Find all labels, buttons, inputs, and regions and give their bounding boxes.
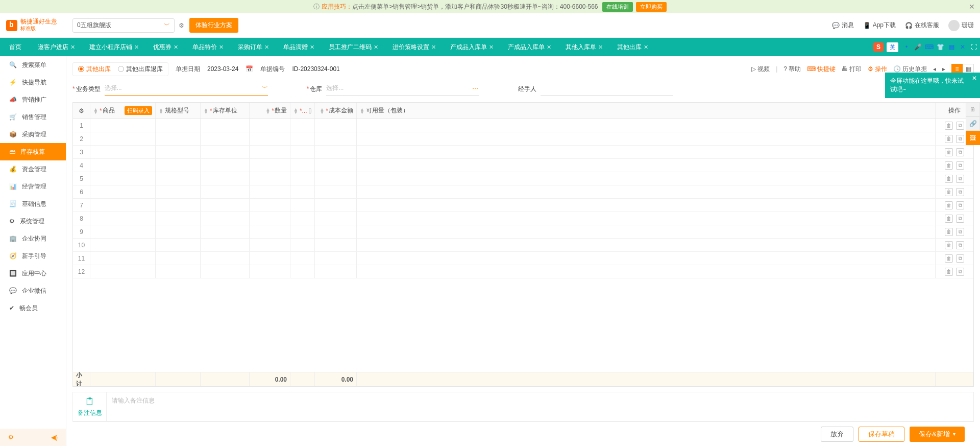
col-amount[interactable]: ▲▼*成本金额: [315, 103, 357, 119]
row-copy-icon[interactable]: ⧉: [956, 215, 964, 223]
remark-input[interactable]: 请输入备注信息: [107, 392, 973, 421]
col-available[interactable]: ▲▼可用量（包装）: [357, 103, 936, 119]
row-delete-icon[interactable]: 🗑: [945, 188, 953, 196]
ime-grid-icon[interactable]: ▦: [947, 43, 955, 51]
tab-11[interactable]: 其他入库单✕: [558, 38, 610, 56]
ime-keyboard-icon[interactable]: ⌨: [925, 43, 933, 51]
sidebar-item-5[interactable]: 🗃库存核算: [0, 143, 66, 160]
collapse-icon[interactable]: ◀): [51, 434, 58, 441]
row-copy-icon[interactable]: ⧉: [956, 241, 964, 249]
ime-shirt-icon[interactable]: 👕: [936, 43, 944, 51]
user-menu[interactable]: 珊珊: [948, 20, 974, 31]
save-and-new-button[interactable]: 保存&新增▾: [910, 427, 965, 442]
row-delete-icon[interactable]: 🗑: [945, 254, 953, 263]
tab-close-icon[interactable]: ✕: [70, 44, 75, 51]
row-copy-icon[interactable]: ⧉: [956, 268, 964, 276]
sidebar-item-2[interactable]: 📣营销推广: [0, 91, 66, 108]
table-row[interactable]: 6🗑⧉: [73, 185, 973, 199]
tab-close-icon[interactable]: ✕: [264, 44, 269, 51]
online-training-button[interactable]: 在线培训: [602, 2, 633, 12]
sidebar-item-8[interactable]: 🧾基础信息: [0, 195, 66, 213]
table-row[interactable]: 5🗑⧉: [73, 172, 973, 185]
gear-icon[interactable]: ⚙: [179, 22, 184, 29]
tab-10[interactable]: 产成品入库单✕: [501, 38, 558, 56]
next-doc[interactable]: ▸: [942, 65, 945, 73]
table-row[interactable]: 10🗑⧉: [73, 239, 973, 252]
sidebar-item-14[interactable]: ✔畅会员: [0, 299, 66, 317]
row-copy-icon[interactable]: ⧉: [956, 254, 964, 263]
sidebar-item-10[interactable]: 🏢企业协同: [0, 230, 66, 247]
tab-7[interactable]: 员工推广二维码✕: [322, 38, 385, 56]
shortcut-link[interactable]: ⌨快捷键: [807, 65, 836, 74]
org-selector[interactable]: 0五组旗舰版 ﹀: [72, 18, 175, 33]
radio-other-out[interactable]: 其他出库: [78, 65, 111, 74]
row-delete-icon[interactable]: 🗑: [945, 268, 953, 276]
radio-other-out-return[interactable]: 其他出库退库: [118, 65, 163, 74]
tab-close-icon[interactable]: ✕: [174, 44, 178, 51]
tab-close-icon[interactable]: ✕: [431, 44, 436, 51]
video-link[interactable]: ▷视频: [751, 65, 770, 74]
table-row[interactable]: 4🗑⧉: [73, 159, 973, 172]
history-link[interactable]: 🕓历史单据: [893, 65, 927, 74]
col-product[interactable]: ▲▼*商品 扫码录入: [90, 103, 156, 119]
calendar-icon[interactable]: 📅: [246, 65, 253, 73]
row-delete-icon[interactable]: 🗑: [945, 175, 953, 183]
table-row[interactable]: 11🗑⧉: [73, 252, 973, 265]
row-delete-icon[interactable]: 🗑: [945, 122, 953, 130]
gear-icon[interactable]: ⚙: [8, 434, 14, 441]
app-download-link[interactable]: 📱App下载: [863, 21, 896, 30]
ime-language[interactable]: 英: [887, 42, 898, 52]
info-icon[interactable]: i: [309, 108, 311, 114]
table-row[interactable]: 2🗑⧉: [73, 132, 973, 146]
tab-2[interactable]: 建立小程序店铺✕: [82, 38, 146, 56]
tab-close-icon[interactable]: ✕: [644, 44, 648, 51]
row-copy-icon[interactable]: ⧉: [956, 188, 964, 196]
table-row[interactable]: 7🗑⧉: [73, 199, 973, 212]
sidebar-item-13[interactable]: 💬企业微信: [0, 282, 66, 299]
row-copy-icon[interactable]: ⧉: [956, 135, 964, 143]
messages-link[interactable]: 💬消息: [832, 21, 854, 30]
tab-12[interactable]: 其他出库✕: [610, 38, 655, 56]
tab-close-icon[interactable]: ✕: [310, 44, 314, 51]
more-icon[interactable]: ⋯: [472, 85, 479, 92]
tab-close-icon[interactable]: ✕: [374, 44, 378, 51]
col-spec[interactable]: ▲▼规格型号: [156, 103, 201, 119]
table-row[interactable]: 8🗑⧉: [73, 212, 973, 225]
row-delete-icon[interactable]: 🗑: [945, 241, 953, 249]
column-settings[interactable]: ⚙: [73, 103, 90, 119]
table-row[interactable]: 12🗑⧉: [73, 265, 973, 278]
tab-1[interactable]: 邀客户进店✕: [31, 38, 82, 56]
buy-now-button[interactable]: 立即购买: [636, 2, 667, 12]
sidebar-item-1[interactable]: ⚡快捷导航: [0, 74, 66, 91]
tab-9[interactable]: 产成品入库单✕: [443, 38, 501, 56]
row-delete-icon[interactable]: 🗑: [945, 201, 953, 209]
row-delete-icon[interactable]: 🗑: [945, 228, 953, 236]
biz-type-select[interactable]: 选择... ﹀: [105, 82, 268, 96]
row-delete-icon[interactable]: 🗑: [945, 215, 953, 223]
help-link[interactable]: ?帮助: [783, 65, 801, 74]
tab-0[interactable]: 首页: [0, 38, 31, 56]
try-industry-button[interactable]: 体验行业方案: [189, 18, 238, 33]
print-link[interactable]: 🖶打印: [842, 65, 862, 74]
table-row[interactable]: 1🗑⧉: [73, 119, 973, 132]
row-copy-icon[interactable]: ⧉: [956, 161, 964, 170]
sidebar-item-6[interactable]: 💰资金管理: [0, 160, 66, 178]
tab-3[interactable]: 优惠券✕: [146, 38, 185, 56]
row-delete-icon[interactable]: 🗑: [945, 161, 953, 170]
rail-attach-icon[interactable]: 🔗: [966, 116, 980, 131]
tab-close-icon[interactable]: ✕: [134, 44, 139, 51]
rail-image-icon[interactable]: 🖼: [966, 131, 980, 145]
row-copy-icon[interactable]: ⧉: [956, 228, 964, 236]
table-row[interactable]: 9🗑⧉: [73, 225, 973, 239]
sidebar-item-7[interactable]: 📊经营管理: [0, 178, 66, 195]
date-value[interactable]: 2023-03-24: [207, 65, 238, 73]
col-qty[interactable]: ▲▼*数量: [250, 103, 290, 119]
fullscreen-icon[interactable]: ⛶: [971, 43, 977, 51]
sidebar-item-0[interactable]: 🔍搜索菜单: [0, 56, 66, 74]
promo-close-icon[interactable]: ✕: [969, 3, 975, 11]
rail-note-icon[interactable]: 🗎: [966, 102, 980, 116]
sidebar-item-4[interactable]: 📦采购管理: [0, 126, 66, 143]
col-extra[interactable]: ▲▼*...i: [290, 103, 315, 119]
tab-4[interactable]: 单品特价✕: [185, 38, 231, 56]
row-copy-icon[interactable]: ⧉: [956, 122, 964, 130]
